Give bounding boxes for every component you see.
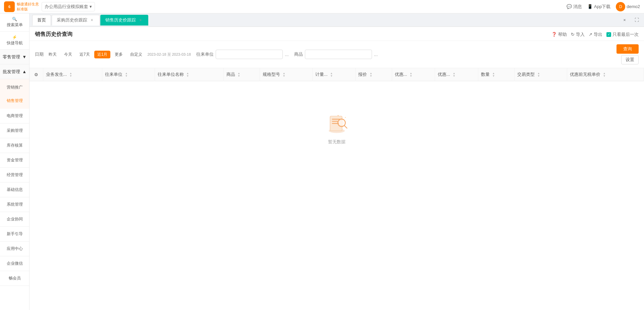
table-header-row: ⚙ 业务发生... ▲▼ 往来单位 ▲▼ 往来单位名称 [30, 68, 644, 81]
sidebar-item-member[interactable]: 畅会员 [0, 271, 29, 286]
sort-icon-partner-code: ▲▼ [125, 72, 128, 78]
sidebar-item-operation[interactable]: 经营管理 [0, 168, 29, 183]
sidebar-item-search[interactable]: 🔍 搜索菜单 [0, 13, 29, 32]
sidebar-item-enterprise[interactable]: 企业协同 [0, 212, 29, 227]
col-trade-type[interactable]: 交易类型 ▲▼ [515, 68, 567, 81]
avatar: D [616, 2, 625, 11]
close-all-tabs-btn[interactable]: × [620, 15, 629, 25]
only-last-checkbox[interactable]: ✓ 只看最后一次 [606, 32, 639, 38]
col-discount2[interactable]: 优惠... ▲▼ [435, 68, 478, 81]
empty-state: 暂无数据 [30, 81, 644, 172]
sidebar-item-wholesale[interactable]: 批发管理 ▲ [0, 64, 29, 79]
sidebar: 🔍 搜索菜单 ⚡ 快捷导航 零售管理 ▼ 批发管理 ▲ 营销推广 销售管理 电商… [0, 13, 30, 310]
partner-label: 往来单位 [196, 51, 214, 57]
date-btn-today[interactable]: 今天 [61, 51, 75, 58]
date-btn-yesterday[interactable]: 昨天 [46, 51, 60, 58]
col-pretax-price[interactable]: 优惠前无税单价 ▲▼ [567, 68, 644, 81]
logo-area: 6 畅捷通好生意 标准版 [4, 1, 39, 12]
import-btn[interactable]: ↻ 导入 [571, 32, 585, 38]
tab-sales-history[interactable]: 销售历史价跟踪 × [100, 15, 148, 25]
col-goods[interactable]: 商品 ▲▼ [223, 68, 260, 81]
content-area: 首页 采购历史价跟踪 × 销售历史价跟踪 × × ⛶ 销售历史价查询 [30, 13, 644, 310]
help-btn[interactable]: ❓ 帮助 [551, 32, 567, 38]
goods-label: 商品 [294, 51, 303, 57]
sidebar-item-guide[interactable]: 新手引导 [0, 227, 29, 242]
export-btn[interactable]: ↗ 导出 [589, 32, 602, 38]
goods-input[interactable] [305, 50, 372, 59]
date-btn-more[interactable]: 更多 [112, 51, 126, 58]
sidebar-item-wechat[interactable]: 企业微信 [0, 256, 29, 271]
col-quote[interactable]: 报价 ▲▼ [356, 68, 392, 81]
col-discount1[interactable]: 优惠... ▲▼ [392, 68, 435, 81]
main-layout: 🔍 搜索菜单 ⚡ 快捷导航 零售管理 ▼ 批发管理 ▲ 营销推广 销售管理 电商… [0, 13, 644, 310]
col-spec[interactable]: 规格型号 ▲▼ [260, 68, 313, 81]
sidebar-item-ecommerce[interactable]: 电商管理 [0, 109, 29, 123]
fullscreen-btn[interactable]: ⛶ [632, 15, 641, 25]
col-biz-date[interactable]: 业务发生... ▲▼ [43, 68, 102, 81]
svg-rect-4 [332, 119, 340, 119]
sort-icon-quantity: ▲▼ [492, 72, 495, 78]
app-logo: 6 [4, 1, 15, 12]
sidebar-item-purchase[interactable]: 采购管理 [0, 123, 29, 138]
tab-purchase-history[interactable]: 采购历史价跟踪 × [52, 15, 100, 25]
sort-icon-discount2: ▲▼ [453, 72, 455, 78]
export-icon: ↗ [589, 32, 592, 37]
date-filter-group: 日期 昨天 今天 近7天 近1月 更多 自定义 2023-02-18 至 202… [35, 51, 191, 58]
col-partner-code[interactable]: 往来单位 ▲▼ [102, 68, 155, 81]
message-icon: 💬 [567, 4, 572, 9]
date-btn-custom[interactable]: 自定义 [127, 51, 145, 58]
col-settings[interactable]: ⚙ [30, 68, 43, 81]
logo-text: 畅捷通好生意 标准版 [17, 2, 39, 11]
sort-icon-partner-name: ▲▼ [186, 72, 189, 78]
sort-icon-unit: ▲▼ [330, 72, 333, 78]
goods-dots[interactable]: ... [374, 52, 378, 57]
sidebar-item-inventory[interactable]: 库存核算 [0, 138, 29, 153]
partner-dots[interactable]: ... [285, 52, 289, 57]
settings-button[interactable]: 设置 [621, 55, 639, 64]
svg-line-9 [344, 125, 347, 128]
tab-close-purchase[interactable]: × [89, 17, 95, 23]
col-unit[interactable]: 计量... ▲▼ [312, 68, 356, 81]
sidebar-item-system[interactable]: 系统管理 [0, 197, 29, 212]
sidebar-item-sales[interactable]: 销售管理 [0, 94, 29, 107]
message-btn[interactable]: 💬 消息 [567, 4, 582, 10]
sort-icon-biz-date: ▲▼ [69, 72, 72, 78]
app-download-btn[interactable]: 📱 App下载 [587, 4, 610, 10]
tab-home[interactable]: 首页 [32, 15, 51, 25]
sidebar-item-base[interactable]: 基础信息 [0, 183, 29, 197]
sort-icon-discount1: ▲▼ [410, 72, 412, 78]
dropdown-icon: ▾ [90, 4, 92, 9]
sidebar-item-shortcut[interactable]: ⚡ 快捷导航 [0, 32, 29, 50]
page-header: 销售历史价查询 ❓ 帮助 ↻ 导入 ↗ 导出 ✓ [30, 27, 644, 41]
date-buttons: 昨天 今天 近7天 近1月 更多 自定义 [46, 51, 145, 58]
date-btn-1month[interactable]: 近1月 [94, 51, 111, 58]
tab-close-sales[interactable]: × [138, 17, 143, 23]
sidebar-item-appstore[interactable]: 应用中心 [0, 242, 29, 256]
partner-input[interactable] [216, 50, 283, 59]
checkbox-icon: ✓ [606, 32, 611, 37]
sidebar-item-finance[interactable]: 资金管理 [0, 153, 29, 168]
page-content: 销售历史价查询 ❓ 帮助 ↻ 导入 ↗ 导出 ✓ [30, 27, 644, 310]
date-btn-7days[interactable]: 近7天 [76, 51, 93, 58]
sort-icon-pretax-price: ▲▼ [603, 72, 606, 78]
date-range-text: 2023-02-18 至 2023-03-18 [147, 52, 191, 57]
sidebar-item-marketing[interactable]: 营销推广 [0, 81, 29, 94]
wholesale-submenu: 营销推广 销售管理 [0, 79, 29, 109]
goods-filter-group: 商品 ... [294, 50, 378, 59]
tab-bar-right: × ⛶ [620, 15, 641, 25]
empty-icon [323, 108, 350, 135]
svg-text:6: 6 [8, 5, 10, 9]
chevron-up-icon: ▲ [22, 69, 26, 74]
app-selector[interactable]: 办公用品行业模拟账套 ▾ [42, 2, 95, 11]
query-button[interactable]: 查询 [616, 44, 639, 54]
user-profile[interactable]: D demo2 [616, 2, 640, 11]
sort-icon-quote: ▲▼ [370, 72, 372, 78]
sidebar-item-retail[interactable]: 零售管理 ▼ [0, 50, 29, 64]
svg-point-10 [337, 115, 338, 116]
shortcut-icon: ⚡ [12, 35, 17, 40]
col-partner-name[interactable]: 往来单位名称 ▲▼ [155, 68, 223, 81]
chevron-down-icon: ▼ [22, 54, 26, 59]
col-quantity[interactable]: 数量 ▲▼ [478, 68, 514, 81]
download-icon: 📱 [587, 4, 593, 9]
sort-icon-spec: ▲▼ [283, 72, 285, 78]
